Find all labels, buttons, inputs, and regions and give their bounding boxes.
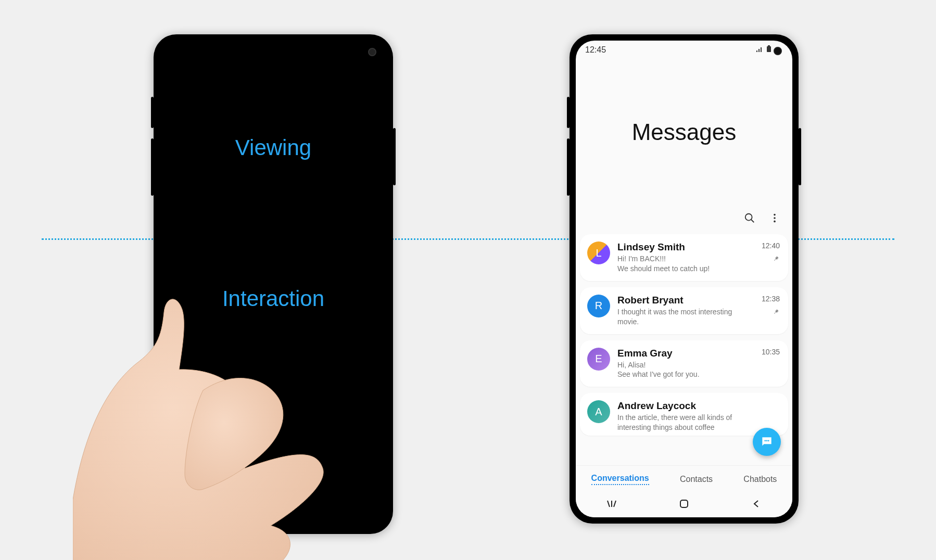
front-camera-icon xyxy=(774,47,782,55)
tab-contacts[interactable]: Contacts xyxy=(680,475,713,484)
avatar: R xyxy=(587,295,610,317)
avatar: A xyxy=(587,400,610,423)
message-time: 12:40 xyxy=(754,241,780,250)
app-title: Messages xyxy=(632,119,737,145)
conversation-item[interactable]: R Robert Bryant I thought it was the mos… xyxy=(580,287,788,334)
message-preview: In the article, there were all kinds of … xyxy=(617,413,747,432)
svg-line-3 xyxy=(751,220,754,223)
message-preview: Hi, Alisa! See what I've got for you. xyxy=(617,360,747,380)
conversation-item[interactable]: L Lindsey Smith Hi! I'm BACK!!! We shoul… xyxy=(580,234,788,281)
avatar-initial: A xyxy=(595,406,602,418)
pin-icon xyxy=(754,308,780,317)
interaction-zone-label: Interaction xyxy=(160,286,387,311)
message-time: 10:35 xyxy=(754,348,780,356)
diagram-canvas: Viewing Interaction 12:45 xyxy=(0,0,936,560)
tab-chatbots[interactable]: Chatbots xyxy=(743,475,777,484)
conversation-list[interactable]: L Lindsey Smith Hi! I'm BACK!!! We shoul… xyxy=(576,231,792,465)
status-bar: 12:45 xyxy=(576,41,792,59)
svg-rect-0 xyxy=(767,46,771,52)
message-time: 12:38 xyxy=(754,295,780,303)
avatar: E xyxy=(587,348,610,371)
phone-frame-right: 12:45 Messages xyxy=(570,34,799,524)
svg-point-8 xyxy=(766,440,768,441)
app-header: Messages xyxy=(576,59,792,205)
svg-rect-1 xyxy=(768,45,770,46)
volume-up-button[interactable] xyxy=(151,97,154,128)
svg-line-10 xyxy=(608,501,610,507)
viewing-zone-label: Viewing xyxy=(160,135,387,160)
message-preview: I thought it was the most interesting mo… xyxy=(617,307,747,327)
avatar-initial: E xyxy=(595,353,602,365)
status-time: 12:45 xyxy=(585,45,606,55)
svg-point-9 xyxy=(768,440,769,441)
avatar-initial: L xyxy=(596,247,601,259)
search-icon[interactable] xyxy=(743,212,756,224)
contact-name: Lindsey Smith xyxy=(617,241,747,253)
svg-point-6 xyxy=(774,221,776,223)
contact-name: Robert Bryant xyxy=(617,295,747,306)
recents-button[interactable] xyxy=(596,500,627,511)
volume-up-button[interactable] xyxy=(567,97,570,128)
avatar-initial: R xyxy=(595,300,602,312)
svg-point-7 xyxy=(764,440,766,441)
contact-name: Emma Gray xyxy=(617,348,747,359)
volume-down-button[interactable] xyxy=(151,138,154,196)
conversation-item[interactable]: A Andrew Laycock In the article, there w… xyxy=(580,393,788,436)
more-icon[interactable] xyxy=(768,212,781,224)
power-button[interactable] xyxy=(393,128,396,185)
signal-icon xyxy=(756,45,763,55)
contact-name: Andrew Laycock xyxy=(617,400,747,412)
volume-down-button[interactable] xyxy=(567,138,570,196)
tab-conversations[interactable]: Conversations xyxy=(591,474,649,485)
svg-line-12 xyxy=(614,501,616,507)
compose-button[interactable] xyxy=(753,428,781,456)
phone-screen-left: Viewing Interaction xyxy=(160,42,387,527)
front-camera-icon xyxy=(368,48,376,56)
home-button[interactable] xyxy=(668,499,700,512)
avatar: L xyxy=(587,241,610,264)
svg-point-5 xyxy=(774,217,776,219)
navigation-bar xyxy=(576,492,792,517)
battery-icon xyxy=(766,45,771,55)
message-preview: Hi! I'm BACK!!! We should meet to catch … xyxy=(617,254,747,274)
bottom-tabs: Conversations Contacts Chatbots xyxy=(576,465,792,492)
svg-point-4 xyxy=(774,214,776,216)
power-button[interactable] xyxy=(799,128,801,185)
pin-icon xyxy=(754,255,780,264)
phone-frame-left: Viewing Interaction xyxy=(154,34,393,534)
action-bar xyxy=(576,205,792,231)
back-button[interactable] xyxy=(741,500,772,511)
phone-screen-right: 12:45 Messages xyxy=(576,41,792,517)
svg-rect-13 xyxy=(680,500,688,507)
svg-point-2 xyxy=(745,214,752,221)
conversation-item[interactable]: E Emma Gray Hi, Alisa! See what I've got… xyxy=(580,340,788,387)
